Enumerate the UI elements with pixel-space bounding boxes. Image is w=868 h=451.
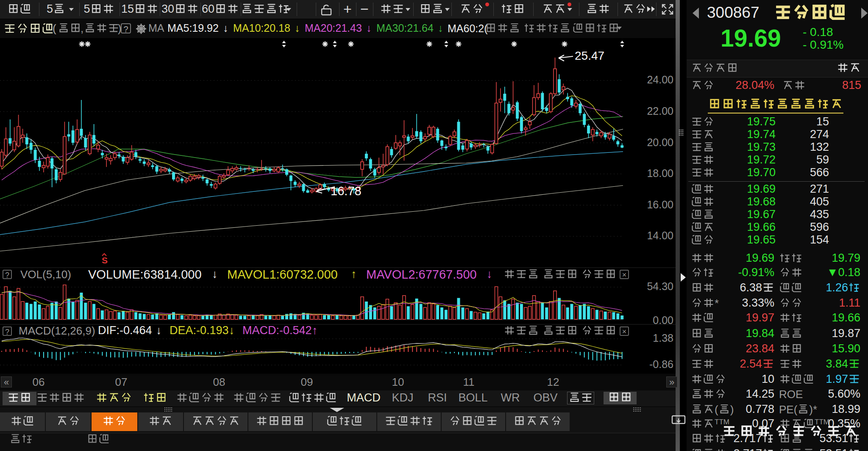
svg-text:16.78: 16.78 [331,184,362,198]
svg-text:25.47: 25.47 [575,49,604,62]
svg-text:S: S [102,255,108,265]
